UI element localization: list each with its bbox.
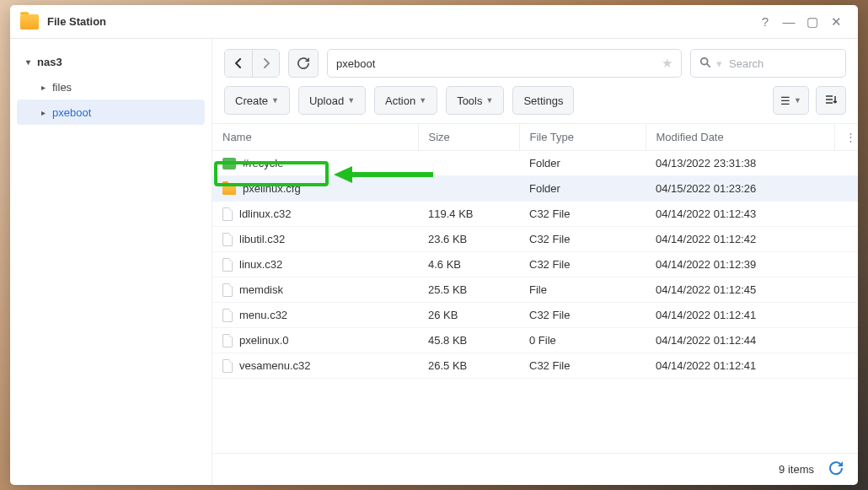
nav-group [224, 49, 280, 78]
favorite-icon[interactable]: ★ [662, 56, 672, 71]
sidebar-item-files[interactable]: files [17, 74, 205, 100]
file-size: 119.4 KB [418, 202, 519, 227]
file-icon [222, 334, 233, 347]
file-table-wrap: Name Size File Type Modified Date ⋮ #rec… [212, 123, 858, 453]
table-row[interactable]: pxelinux.cfgFolder04/15/2022 01:23:26 [212, 176, 858, 202]
file-modified: 04/14/2022 01:12:45 [646, 277, 834, 303]
file-type: File [519, 277, 646, 303]
chevron-right-icon[interactable] [39, 83, 47, 92]
folder-icon [222, 183, 236, 195]
table-header: Name Size File Type Modified Date ⋮ [212, 124, 858, 151]
sort-icon [825, 94, 837, 107]
sidebar-item-pxeboot[interactable]: pxeboot [17, 100, 205, 125]
forward-button[interactable] [252, 50, 279, 77]
sidebar-item-label: pxeboot [52, 106, 91, 119]
file-icon [222, 359, 233, 373]
file-icon [222, 258, 233, 272]
recycle-icon [222, 158, 236, 170]
search-input[interactable] [727, 57, 837, 71]
create-button[interactable]: Create▼ [224, 86, 290, 115]
action-button[interactable]: Action▼ [374, 86, 437, 115]
app-window: File Station ? ― ▢ ✕ nas3 filespxeboot [10, 5, 858, 485]
help-button[interactable]: ? [753, 10, 777, 34]
file-size: 45.8 KB [418, 328, 519, 353]
file-type: C32 File [519, 353, 646, 379]
tree-root-label: nas3 [37, 56, 62, 68]
list-view-icon: ☰ [780, 94, 790, 107]
file-size: 25.5 KB [418, 277, 519, 303]
minimize-button[interactable]: ― [777, 10, 801, 34]
chevron-right-icon[interactable] [39, 108, 47, 117]
tree-root[interactable]: nas3 [17, 49, 205, 74]
file-name: ldlinux.c32 [239, 207, 291, 220]
table-row[interactable]: libutil.c3223.6 KBC32 File04/14/2022 01:… [212, 227, 858, 252]
file-icon [222, 309, 233, 322]
main: pxeboot ★ ▾ Create▼ Upload▼ Action▼ Tool… [212, 39, 858, 485]
search-box[interactable]: ▾ [690, 49, 846, 78]
settings-button[interactable]: Settings [512, 86, 574, 115]
statusbar: 9 items [212, 453, 858, 485]
view-mode-button[interactable]: ☰▼ [773, 86, 809, 115]
file-size: 26.5 KB [418, 353, 519, 379]
file-size: 4.6 KB [418, 252, 519, 277]
svg-line-1 [707, 64, 710, 67]
file-name: memdisk [239, 283, 283, 296]
table-row[interactable]: memdisk25.5 KBFile04/14/2022 01:12:45 [212, 277, 858, 303]
chevron-down-icon[interactable] [24, 57, 32, 67]
sidebar-item-label: files [52, 81, 72, 94]
file-size: 26 KB [418, 303, 519, 328]
file-modified: 04/14/2022 01:12:41 [646, 353, 834, 379]
sidebar: nas3 filespxeboot [10, 39, 212, 485]
nav-row: pxeboot ★ ▾ [212, 39, 858, 78]
file-size [418, 151, 519, 176]
table-row[interactable]: ldlinux.c32119.4 KBC32 File04/14/2022 01… [212, 202, 858, 227]
file-modified: 04/13/2022 23:31:38 [646, 151, 834, 176]
search-icon [699, 57, 711, 71]
table-row[interactable]: linux.c324.6 KBC32 File04/14/2022 01:12:… [212, 252, 858, 277]
col-modified[interactable]: Modified Date [646, 124, 834, 151]
table-row[interactable]: pxelinux.045.8 KB0 File04/14/2022 01:12:… [212, 328, 858, 353]
app-icon [20, 14, 39, 30]
file-type: 0 File [519, 328, 646, 353]
sort-button[interactable] [816, 86, 846, 115]
col-name[interactable]: Name [212, 124, 418, 151]
back-button[interactable] [225, 50, 252, 77]
item-count: 9 items [779, 463, 814, 476]
file-icon [222, 283, 233, 297]
file-type: Folder [519, 151, 646, 176]
col-type[interactable]: File Type [519, 124, 646, 151]
table-row[interactable]: #recycleFolder04/13/2022 23:31:38 [212, 151, 858, 176]
file-name: pxelinux.cfg [243, 182, 301, 195]
file-modified: 04/14/2022 01:12:44 [646, 328, 834, 353]
file-icon [222, 207, 233, 221]
app-title: File Station [47, 15, 106, 28]
file-type: C32 File [519, 252, 646, 277]
path-input[interactable]: pxeboot ★ [327, 49, 682, 78]
col-size[interactable]: Size [418, 124, 519, 151]
column-menu-icon[interactable]: ⋮ [834, 124, 858, 151]
file-size [418, 176, 519, 202]
maximize-button[interactable]: ▢ [801, 10, 824, 34]
close-button[interactable]: ✕ [824, 10, 848, 34]
path-text: pxeboot [336, 57, 375, 70]
tools-button[interactable]: Tools▼ [446, 86, 504, 115]
file-size: 23.6 KB [418, 227, 519, 252]
file-modified: 04/14/2022 01:12:39 [646, 252, 834, 277]
svg-point-0 [701, 57, 708, 64]
file-name: #recycle [243, 157, 283, 170]
file-type: C32 File [519, 202, 646, 227]
file-type: Folder [519, 176, 646, 202]
file-name: libutil.c32 [239, 233, 285, 245]
table-row[interactable]: vesamenu.c3226.5 KBC32 File04/14/2022 01… [212, 353, 858, 379]
table-row[interactable]: menu.c3226 KBC32 File04/14/2022 01:12:41 [212, 303, 858, 328]
file-modified: 04/14/2022 01:12:41 [646, 303, 834, 328]
content: nas3 filespxeboot pxeboot [10, 39, 858, 485]
file-icon [222, 233, 233, 246]
file-table: Name Size File Type Modified Date ⋮ #rec… [212, 124, 858, 379]
status-refresh-icon[interactable] [829, 461, 843, 478]
file-name: menu.c32 [239, 309, 287, 321]
file-name: vesamenu.c32 [239, 359, 311, 372]
upload-button[interactable]: Upload▼ [298, 86, 366, 115]
refresh-button[interactable] [288, 49, 319, 78]
file-modified: 04/14/2022 01:12:43 [646, 202, 834, 227]
